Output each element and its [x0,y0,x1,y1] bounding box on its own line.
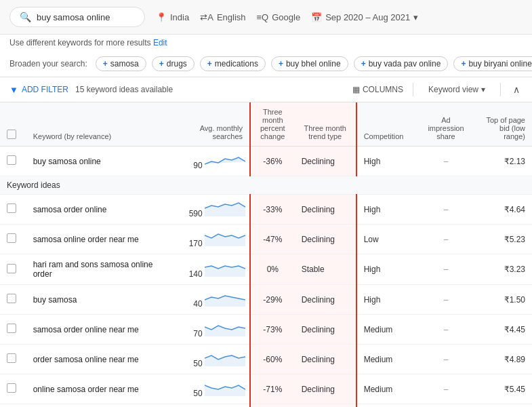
date-filter[interactable]: 📅 Sep 2020 – Aug 2021 ▾ [311,12,418,22]
svg-marker-0 [205,203,245,216]
row-pct: -60% [250,345,295,374]
search-bar: 🔍 buy samosa online 📍 India ⇄A English ≡… [0,0,532,35]
row-ad-imp: – [417,285,474,315]
header-avg-monthly: Avg. monthly searches [173,102,250,147]
table-row: hari ram and sons samosa online order 14… [0,254,532,285]
row-sparkline [205,380,245,396]
broaden-label: Broaden your search: [9,59,87,69]
header-top-bid: Top of page bid (low range) [474,102,532,147]
row-ad-imp: – [417,254,474,285]
svg-marker-2 [205,266,245,277]
row-avg: 50 [173,345,250,374]
row-ad-imp: – [417,374,474,404]
row-trend: Declining [295,345,356,374]
table-row: buy samosa 40 -29% Declining High – ₹1.5… [0,285,532,315]
svg-marker-5 [205,355,245,366]
filter-label: ADD FILTER [22,85,68,94]
tag-buy-bhel[interactable]: +buy bhel online [271,56,348,71]
row-checkbox-cell[interactable] [0,285,26,315]
search-query: buy samosa online [37,12,110,22]
calendar-icon: 📅 [311,12,322,22]
main-sparkline [205,152,245,168]
row-ad-imp: – [417,225,474,254]
row-pct: 0% [250,404,295,408]
collapse-icon: ∧ [513,84,520,95]
date-range-label: Sep 2020 – Aug 2021 [325,12,410,22]
row-checkbox-cell[interactable] [0,374,26,404]
row-checkbox[interactable] [7,204,16,213]
header-three-month-type: Three month trend type [295,102,356,147]
row-top-bid: ₹4.89 [474,345,532,374]
keyword-view-button[interactable]: Keyword view ▾ [423,85,491,94]
row-keyword: samosa online order near me [26,225,173,254]
table-body: buy samosa online 90 -36% Declining High [0,147,532,408]
row-keyword: order samosa online near me [26,345,173,374]
row-keyword: online samosa order near me [26,374,173,404]
row-checkbox[interactable] [7,383,16,393]
columns-button[interactable]: ▦ COLUMNS [352,85,403,94]
search-box[interactable]: 🔍 buy samosa online [9,7,145,27]
row-avg: 140 [173,254,250,285]
main-avg-cell: 90 [173,147,250,176]
hint-text: Use different keywords for more results [9,38,151,47]
row-keyword: samosa order online near me [26,315,173,345]
edit-link[interactable]: Edit [153,38,167,47]
row-competition: Medium [356,374,418,404]
row-checkbox-cell[interactable] [0,315,26,345]
svg-marker-1 [205,234,245,246]
location-filter[interactable]: 📍 India [156,12,189,22]
row-checkbox[interactable] [7,233,16,243]
main-row-checkbox[interactable] [7,155,16,165]
row-competition: Medium [356,345,418,374]
row-pct: 0% [250,254,295,285]
tag-medications[interactable]: +medications [200,56,266,71]
row-checkbox[interactable] [7,294,16,303]
tag-vada-pav[interactable]: +buy vada pav online [354,56,449,71]
row-top-bid: ₹5.45 [474,374,532,404]
row-checkbox-cell[interactable] [0,345,26,374]
main-row-checkbox-cell[interactable] [0,147,26,176]
row-sparkline [205,200,245,216]
search-icon: 🔍 [20,12,31,22]
table-row: order samosa online near me 50 -60% Decl… [0,345,532,374]
svg-marker-4 [205,326,245,336]
columns-icon: ▦ [352,85,360,94]
row-avg: 590 [173,195,250,225]
row-trend: Declining [295,225,356,254]
row-competition: High [356,195,418,225]
row-checkbox-cell[interactable] [0,254,26,285]
row-checkbox[interactable] [7,264,16,273]
header-three-month-pct: Three month percent change [250,102,295,147]
main-ad-imp-cell: – [417,147,474,176]
language-label: English [217,12,246,22]
tag-samosa[interactable]: +samosa [96,56,146,71]
row-competition: High [356,285,418,315]
tag-biryani[interactable]: +buy biryani online [453,56,532,71]
main-keyword-row: buy samosa online 90 -36% Declining High [0,147,532,176]
row-top-bid: ₹1.50 [474,285,532,315]
row-competition: – [356,404,418,408]
row-pct: -71% [250,374,295,404]
broaden-bar: Broaden your search: +samosa +drugs +med… [0,51,532,77]
row-checkbox-cell[interactable] [0,225,26,254]
tag-drugs[interactable]: +drugs [152,56,195,71]
network-filter[interactable]: ≡Q Google [257,12,301,22]
row-pct: -29% [250,285,295,315]
row-checkbox-cell[interactable] [0,404,26,408]
collapse-button[interactable]: ∧ [510,84,523,95]
row-ad-imp: – [417,315,474,345]
row-top-bid: – [474,404,532,408]
row-trend: Declining [295,285,356,315]
add-filter-button[interactable]: ▼ ADD FILTER [9,85,68,95]
network-icon: ≡Q [257,12,269,22]
toolbar-separator-2 [500,83,501,96]
row-keyword: samosa order online [26,195,173,225]
row-checkbox[interactable] [7,353,16,363]
chevron-down-icon: ▾ [413,12,418,22]
row-sparkline [205,260,245,277]
row-checkbox[interactable] [7,324,16,333]
language-filter[interactable]: ⇄A English [200,12,245,22]
row-checkbox-cell[interactable] [0,195,26,225]
header-checkbox[interactable] [0,102,26,147]
select-all-checkbox[interactable] [7,130,16,139]
